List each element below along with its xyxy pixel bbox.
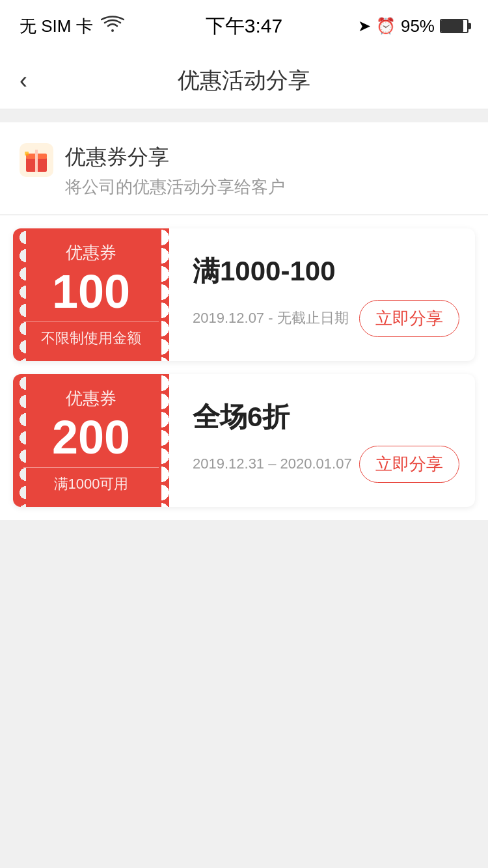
coupon-right-2: 全场6折 2019.12.31 – 2020.01.07 立即分享 — [169, 374, 475, 507]
coupon-label-1: 优惠券 — [66, 241, 116, 264]
svg-rect-4 — [25, 152, 29, 156]
coupon-share-button-1[interactable]: 立即分享 — [359, 300, 459, 337]
carrier-label: 无 SIM 卡 — [20, 15, 93, 38]
coupon-left-1: 优惠券 100 不限制使用金额 — [13, 228, 169, 361]
section-subtitle: 将公司的优惠活动分享给客户 — [65, 176, 285, 198]
section-text: 优惠券分享 将公司的优惠活动分享给客户 — [65, 143, 285, 198]
wifi-icon — [101, 15, 124, 38]
nav-bar: ‹ 优惠活动分享 — [0, 52, 488, 109]
coupon-name-1: 满1000-100 — [193, 253, 459, 290]
alarm-icon: ⏰ — [376, 17, 396, 35]
coupon-name-2: 全场6折 — [193, 399, 459, 435]
coupon-date-2: 2019.12.31 – 2020.01.07 — [193, 455, 353, 472]
section-header: 优惠券分享 将公司的优惠活动分享给客户 — [0, 122, 488, 214]
svg-rect-3 — [35, 150, 38, 172]
status-left: 无 SIM 卡 — [20, 15, 124, 38]
coupon-left-2: 优惠券 200 满1000可用 — [13, 374, 169, 507]
coupon-list: 优惠券 100 不限制使用金额 满1000-100 2019.12.07 - 无… — [0, 215, 488, 520]
coupon-share-button-2[interactable]: 立即分享 — [359, 446, 459, 483]
page-title: 优惠活动分享 — [178, 66, 310, 96]
coupon-condition-2: 满1000可用 — [23, 467, 159, 494]
coupon-card-2: 优惠券 200 满1000可用 全场6折 2019.12.31 – 2020.0… — [13, 374, 475, 507]
empty-area — [0, 520, 488, 845]
coupon-meta-1: 2019.12.07 - 无截止日期 立即分享 — [193, 300, 459, 337]
coupon-condition-1: 不限制使用金额 — [23, 321, 159, 348]
coupon-label-2: 优惠券 — [66, 387, 116, 410]
coupon-date-1: 2019.12.07 - 无截止日期 — [193, 308, 353, 328]
back-button[interactable]: ‹ — [20, 67, 27, 94]
status-time: 下午3:47 — [206, 13, 282, 40]
location-icon: ➤ — [358, 17, 371, 35]
status-bar: 无 SIM 卡 下午3:47 ➤ ⏰ 95% — [0, 0, 488, 52]
coupon-card-1: 优惠券 100 不限制使用金额 满1000-100 2019.12.07 - 无… — [13, 228, 475, 361]
battery-label: 95% — [401, 16, 435, 36]
coupon-amount-1: 100 — [52, 268, 130, 315]
coupon-right-1: 满1000-100 2019.12.07 - 无截止日期 立即分享 — [169, 228, 475, 361]
battery-icon — [440, 19, 468, 33]
section-title: 优惠券分享 — [65, 143, 285, 172]
status-right: ➤ ⏰ 95% — [358, 16, 468, 36]
coupon-meta-2: 2019.12.31 – 2020.01.07 立即分享 — [193, 446, 459, 483]
coupon-section-icon — [20, 143, 53, 177]
coupon-amount-2: 200 — [52, 414, 130, 461]
